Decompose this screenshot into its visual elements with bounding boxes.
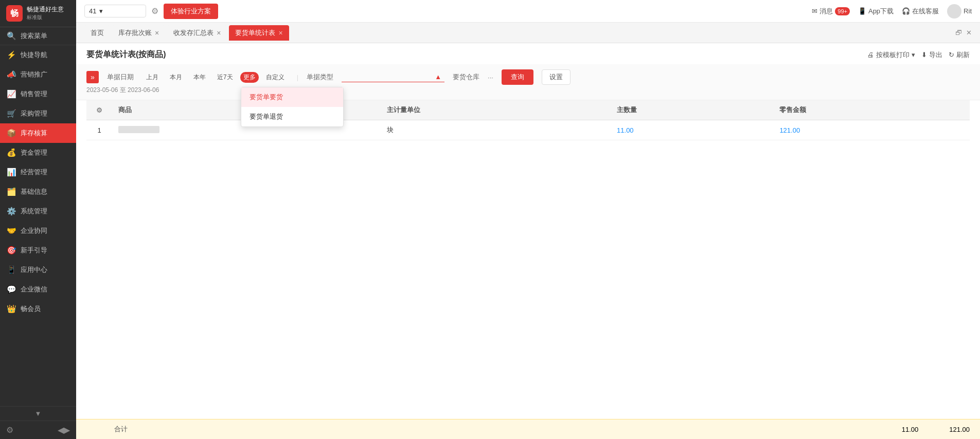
- page-content: 要货单统计表(按商品) 🖨 按模板打印 ▾ ⬇ 导出 ↻ 刷新: [76, 43, 980, 439]
- user-area[interactable]: Rit: [947, 4, 972, 19]
- filter-area: » 单据日期 上月本月本年近7天更多自定义 | 单据类型 ▲ 要货仓库 ··· …: [76, 64, 980, 100]
- type-label: 单据类型: [307, 72, 333, 82]
- tab-close-icon[interactable]: ×: [278, 29, 282, 36]
- date-btn-4[interactable]: 更多: [240, 72, 259, 83]
- tab-label: 库存批次账: [118, 28, 152, 38]
- date-btn-5[interactable]: 自定义: [262, 71, 289, 83]
- type-select[interactable]: ▲: [342, 72, 444, 82]
- export-btn[interactable]: ⬇ 导出: [921, 50, 942, 60]
- tab-close-icon[interactable]: ×: [217, 29, 221, 36]
- sidebar-item-finance[interactable]: 💰资金管理: [0, 143, 76, 162]
- settings-icon[interactable]: ⚙: [6, 425, 13, 435]
- appstore-icon: 📱: [6, 265, 16, 275]
- table-area: ⚙ 商品 主计量单位 主数量 零售金额 1 块 11.00 121.00: [76, 100, 980, 419]
- inventory-icon: 📦: [6, 129, 16, 138]
- message-action[interactable]: ✉ 消息 99+: [812, 7, 850, 16]
- date-btn-1[interactable]: 本月: [166, 71, 186, 83]
- sidebar-item-label: 资金管理: [21, 148, 47, 157]
- sidebar-item-basic[interactable]: 🗂️基础信息: [0, 182, 76, 202]
- td-qty: 11.00: [611, 120, 773, 140]
- date-label: 单据日期: [107, 72, 134, 82]
- print-arrow-icon: ▾: [912, 51, 915, 59]
- amount-link[interactable]: 121.00: [779, 126, 800, 134]
- table-row: 1 块 11.00 121.00: [86, 120, 970, 140]
- warehouse-label: 要货仓库: [453, 72, 479, 82]
- settings-btn[interactable]: 设置: [542, 69, 571, 85]
- dropdown-item-order-purchase[interactable]: 要货单要货: [241, 87, 343, 107]
- topbar-left: 41 ▾ ⚙ 体验行业方案: [84, 4, 806, 19]
- date-btn-3[interactable]: 近7天: [213, 71, 237, 83]
- type-input[interactable]: [345, 73, 433, 81]
- window-close-icon[interactable]: ✕: [966, 29, 972, 36]
- sidebar: 畅 畅捷通好生意 标准版 🔍 搜索菜单 ⚡快捷导航📣营销推广📈销售管理🛒采购管理…: [0, 0, 76, 439]
- sidebar-item-member[interactable]: 👑畅会员: [0, 299, 76, 319]
- store-number: 41: [89, 7, 96, 15]
- operation-icon: 📊: [6, 168, 16, 177]
- date-range-text: 2023-05-06 至 2023-06-06: [86, 86, 970, 95]
- sidebar-scroll-down[interactable]: ▼: [0, 406, 76, 420]
- tab-order-stats[interactable]: 要货单统计表×: [229, 25, 289, 41]
- sidebar-item-purchase[interactable]: 🛒采购管理: [0, 104, 76, 123]
- tab-label: 收发存汇总表: [173, 28, 213, 38]
- app-label: App下载: [868, 7, 894, 16]
- system-icon: ⚙️: [6, 207, 16, 216]
- service-label: 在线客服: [912, 7, 939, 16]
- sidebar-item-inventory[interactable]: 📦库存核算: [0, 123, 76, 143]
- sidebar-item-wechat[interactable]: 💬企业微信: [0, 280, 76, 299]
- col-unit: 主计量单位: [381, 100, 611, 120]
- tab-inventory-batch[interactable]: 库存批次账×: [112, 25, 165, 41]
- sidebar-item-sales[interactable]: 📈销售管理: [0, 84, 76, 104]
- search-menu-item[interactable]: 🔍 搜索菜单: [0, 27, 76, 45]
- store-selector[interactable]: 41 ▾: [84, 5, 146, 17]
- topbar-settings-icon[interactable]: ⚙: [151, 6, 158, 16]
- window-controls: 🗗 ✕: [955, 29, 972, 36]
- sidebar-item-label: 应用中心: [21, 265, 47, 275]
- sidebar-item-quick-nav[interactable]: ⚡快捷导航: [0, 45, 76, 65]
- col-amount: 零售金额: [773, 100, 970, 120]
- service-action[interactable]: 🎧 在线客服: [902, 7, 939, 16]
- sidebar-item-cooperation[interactable]: 🤝企业协同: [0, 221, 76, 241]
- qty-link[interactable]: 11.00: [617, 126, 634, 134]
- tabs-bar: 首页库存批次账×收发存汇总表×要货单统计表× 🗗 ✕: [76, 23, 980, 43]
- column-settings-icon[interactable]: ⚙: [96, 106, 102, 114]
- footer-total-qty: 11.00: [902, 426, 919, 433]
- logo-title: 畅捷通好生意: [27, 6, 64, 14]
- filter-row: » 单据日期 上月本月本年近7天更多自定义 | 单据类型 ▲ 要货仓库 ··· …: [86, 69, 970, 85]
- refresh-btn[interactable]: ↻ 刷新: [949, 50, 970, 60]
- tab-home[interactable]: 首页: [84, 25, 110, 41]
- sidebar-item-system[interactable]: ⚙️系统管理: [0, 202, 76, 221]
- warehouse-dots-icon[interactable]: ···: [488, 74, 493, 81]
- print-btn[interactable]: 🖨 按模板打印 ▾: [867, 50, 915, 60]
- sidebar-item-guide[interactable]: 🎯新手引导: [0, 241, 76, 260]
- date-btn-0[interactable]: 上月: [142, 71, 163, 83]
- sidebar-item-operation[interactable]: 📊经营管理: [0, 162, 76, 182]
- collapse-btn[interactable]: »: [86, 71, 99, 83]
- sidebar-item-label: 采购管理: [21, 109, 47, 118]
- tab-collect-summary[interactable]: 收发存汇总表×: [167, 25, 227, 41]
- sidebar-item-marketing[interactable]: 📣营销推广: [0, 65, 76, 84]
- sidebar-item-appstore[interactable]: 📱应用中心: [0, 260, 76, 280]
- tab-close-icon[interactable]: ×: [155, 29, 159, 36]
- td-amount: 121.00: [773, 120, 970, 140]
- collapse-icon[interactable]: ◀▶: [58, 425, 70, 435]
- topbar-right: ✉ 消息 99+ 📱 App下载 🎧 在线客服 Rit: [812, 4, 972, 19]
- date-buttons: 上月本月本年近7天更多自定义: [142, 71, 289, 83]
- print-label: 按模板打印: [876, 50, 910, 60]
- sidebar-item-label: 经营管理: [21, 168, 47, 177]
- message-icon: ✉: [812, 7, 817, 15]
- query-btn[interactable]: 查询: [502, 69, 533, 85]
- td-unit: 块: [381, 120, 611, 140]
- finance-icon: 💰: [6, 148, 16, 157]
- sidebar-item-label: 畅会员: [21, 304, 41, 314]
- warehouse-group: ···: [488, 74, 493, 81]
- dropdown-item-order-return[interactable]: 要货单退货: [241, 107, 343, 126]
- tab-label: 要货单统计表: [235, 28, 275, 38]
- refresh-icon: ↻: [949, 51, 954, 59]
- date-btn-2[interactable]: 本年: [189, 71, 210, 83]
- type-dropdown: 要货单要货要货单退货: [241, 87, 344, 127]
- td-seq: 1: [86, 120, 112, 140]
- window-restore-icon[interactable]: 🗗: [955, 29, 962, 36]
- trial-btn[interactable]: 体验行业方案: [164, 4, 218, 19]
- app-download-action[interactable]: 📱 App下载: [858, 7, 894, 16]
- logo-icon: 畅: [6, 5, 23, 22]
